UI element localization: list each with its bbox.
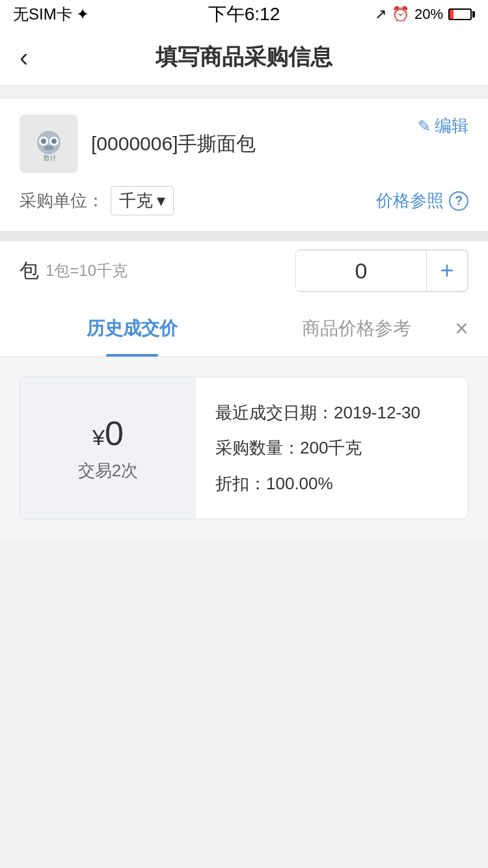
edit-label: 编辑 [435, 115, 468, 137]
price-ref-button[interactable]: 价格参照 ? [376, 189, 468, 212]
quantity-row: 包 1包=10千克 + [0, 241, 488, 300]
product-header: 数计 [0000006]手撕面包 ✎ 编辑 [20, 115, 468, 173]
unit-value: 千克 [119, 189, 153, 212]
recent-date-value: 2019-12-30 [334, 403, 420, 422]
purchase-quantity-row: 采购数量：200千克 [215, 436, 448, 459]
discount-value: 100.00% [266, 474, 333, 493]
tab-close-button[interactable]: × [455, 317, 468, 340]
qty-unit-conversion: 1包=10千克 [46, 260, 128, 281]
divider [0, 231, 488, 241]
unit-label: 采购单位： [20, 189, 104, 212]
back-button[interactable]: ‹ [20, 44, 28, 70]
tabs-header: 历史成交价 商品价格参考 × [0, 300, 488, 357]
history-card-right: 最近成交日期：2019-12-30 采购数量：200千克 折扣：100.00% [196, 377, 468, 519]
nav-bar: ‹ 填写商品采购信息 [0, 29, 488, 86]
recent-date-row: 最近成交日期：2019-12-30 [215, 401, 448, 424]
tab-underline [106, 354, 158, 357]
history-price: ¥0 [92, 414, 124, 453]
recent-date-label: 最近成交日期： [215, 403, 334, 422]
svg-point-4 [51, 139, 57, 144]
price-value: 0 [105, 414, 124, 452]
alarm-icon: ⏰ [392, 6, 409, 23]
history-card: ¥0 交易2次 最近成交日期：2019-12-30 采购数量：200千克 折扣：… [20, 377, 468, 519]
battery-icon [448, 8, 475, 20]
product-name: [0000006]手撕面包 [91, 131, 256, 157]
purchase-qty-value: 200千克 [300, 438, 362, 457]
status-left: 无SIM卡 ✦ [13, 4, 89, 25]
history-content: ¥0 交易2次 最近成交日期：2019-12-30 采购数量：200千克 折扣：… [0, 357, 488, 539]
product-unit-row: 采购单位： 千克 ▾ 价格参照 ? [20, 186, 468, 215]
status-bar: 无SIM卡 ✦ 下午6:12 ↗ ⏰ 20% [0, 0, 488, 29]
edit-icon: ✎ [418, 117, 431, 135]
status-time: 下午6:12 [208, 2, 280, 27]
edit-button[interactable]: ✎ 编辑 [418, 115, 468, 137]
page-title: 填写商品采购信息 [156, 42, 332, 72]
purchase-qty-label: 采购数量： [215, 438, 300, 457]
svg-point-5 [44, 145, 54, 150]
tabs-panel: 历史成交价 商品价格参考 × ¥0 交易2次 最近成交日期：2019-12-30… [0, 300, 488, 539]
product-image: 数计 [20, 115, 78, 173]
location-icon: ↗ [375, 6, 386, 23]
qty-input[interactable] [296, 250, 426, 292]
product-card: 数计 [0000006]手撕面包 ✎ 编辑 采购单位： 千克 ▾ 价格参照 ? [0, 99, 488, 231]
dropdown-arrow-icon: ▾ [157, 191, 165, 211]
carrier-text: 无SIM卡 ✦ [13, 4, 89, 25]
trade-count: 交易2次 [78, 459, 138, 482]
battery-percent: 20% [414, 6, 443, 23]
help-icon: ? [449, 191, 468, 211]
price-ref-label: 价格参照 [376, 189, 444, 212]
product-left: 数计 [0000006]手撕面包 [20, 115, 256, 173]
svg-point-3 [41, 139, 46, 144]
tab-price-ref[interactable]: 商品价格参考 [244, 300, 468, 357]
status-right: ↗ ⏰ 20% [375, 6, 475, 23]
svg-text:数计: 数计 [44, 154, 57, 161]
yen-symbol: ¥ [92, 425, 105, 450]
qty-controls: + [295, 249, 468, 292]
tab-history-price[interactable]: 历史成交价 [20, 300, 244, 357]
tab-price-ref-label: 商品价格参考 [302, 316, 411, 341]
product-logo-icon: 数计 [29, 124, 68, 163]
qty-plus-button[interactable]: + [426, 250, 468, 292]
qty-unit-info: 包 1包=10千克 [20, 258, 128, 284]
qty-unit-label: 包 [20, 258, 39, 284]
unit-select[interactable]: 千克 ▾ [111, 186, 174, 215]
discount-label: 折扣： [215, 474, 266, 493]
tab-history-label: 历史成交价 [87, 316, 178, 341]
discount-row: 折扣：100.00% [215, 472, 448, 495]
history-card-left: ¥0 交易2次 [20, 377, 196, 519]
